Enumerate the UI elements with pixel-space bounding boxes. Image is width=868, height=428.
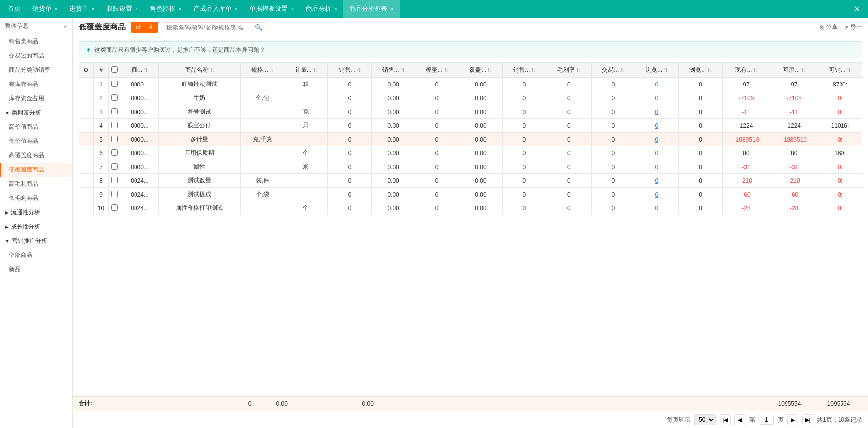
row-select-checkbox[interactable] [111,136,118,142]
close-tab-role[interactable]: × [178,6,181,12]
window-close-button[interactable]: ✕ [848,4,866,14]
sidebar-group-circulation[interactable]: ▶ 流通性分析 [0,205,72,220]
row-saleable: 0: [818,91,862,105]
row-code: 0000... [121,119,159,133]
close-tab-purchase[interactable]: × [91,6,94,12]
sidebar-item-stocked-goods[interactable]: 有库存商品 [0,77,72,91]
row-browse1[interactable]: 0 [635,201,678,215]
row-spec: 克,千克 [241,133,284,146]
col-unit[interactable]: 计量...⇅ [284,63,328,78]
col-cover2[interactable]: 覆盖...⇅ [459,63,502,78]
row-browse1[interactable]: 0 [635,133,678,146]
row-select-checkbox[interactable] [111,81,118,87]
sidebar-group-marketing[interactable]: ▼ 营销推广分析 [0,234,72,248]
row-browse1[interactable]: 0 [635,78,678,91]
nav-tab-role[interactable]: 角色授权 × [144,0,187,18]
sidebar-item-sales-goods[interactable]: 销售类商品 [0,34,72,49]
row-browse2: 0 [678,160,722,174]
search-icon[interactable]: 🔍 [255,24,263,31]
nav-tab-permission[interactable]: 权限设置 × [101,0,144,18]
col-spec[interactable]: 规格...⇅ [241,63,284,78]
sidebar-item-traded-goods[interactable]: 交易过的商品 [0,49,72,63]
row-select-checkbox[interactable] [111,163,118,170]
close-tab-product-entry[interactable]: × [235,6,238,12]
row-browse1[interactable]: 0 [635,105,678,119]
row-select-checkbox[interactable] [111,122,118,128]
row-name: 多计量 [159,133,241,146]
row-select-checkbox[interactable] [111,204,118,211]
select-all-checkbox[interactable] [111,66,118,73]
row-select-checkbox[interactable] [111,177,118,183]
col-saleable[interactable]: 可销...⇅ [818,63,862,78]
col-sales2[interactable]: 销售...⇅ [372,63,415,78]
row-code: 0024... [121,201,159,215]
nav-tab-sales[interactable]: 销货单 × [27,0,63,18]
sidebar-item-all-goods[interactable]: 全部商品 [0,248,72,262]
row-browse1[interactable]: 0 [635,119,678,133]
row-select-checkbox[interactable] [111,94,118,101]
close-tab-analysis-list[interactable]: × [390,6,393,12]
sidebar-item-high-value[interactable]: 高价值商品 [0,120,72,134]
table-row: 3 0000... 符号测试 克 0 0.00 0 0.00 0 0 0 0 0… [79,105,862,119]
next-page-button[interactable]: ▶ [787,414,798,425]
row-browse1[interactable]: 0 [635,174,678,188]
sidebar-item-category-rate[interactable]: 商品分类动销率 [0,63,72,77]
nav-tab-product-entry[interactable]: 产成品入库单 × [188,0,244,18]
sidebar-item-low-value[interactable]: 低价值商品 [0,134,72,148]
col-current[interactable]: 现有...⇅ [722,63,770,78]
row-browse1[interactable]: 0 [635,160,678,174]
sidebar-header[interactable]: 整体信息 « [0,18,72,34]
row-select-checkbox[interactable] [111,191,118,197]
sidebar-item-low-margin[interactable]: 低毛利商品 [0,191,72,205]
time-filter-button[interactable]: 近一月 [131,22,158,33]
row-num: 7 [94,160,108,174]
nav-tab-home[interactable]: 首页 [2,0,27,18]
group-arrow-wealth: ▼ [5,110,10,115]
prev-page-button[interactable]: ◀ [734,414,745,425]
export-button[interactable]: ↗ 导出 [843,23,862,31]
col-sales1[interactable]: 销售...⇅ [328,63,372,78]
close-tab-sales[interactable]: × [54,6,57,12]
nav-tab-template[interactable]: 单据模板设置 × [244,0,299,18]
row-trade: 0 [591,146,635,160]
col-available[interactable]: 可用...⇅ [770,63,818,78]
page-number-input[interactable] [759,415,774,425]
sidebar-group-wealth[interactable]: ▼ 类财富分析 [0,106,72,120]
collapse-icon[interactable]: « [63,22,67,30]
nav-tab-analysis-list[interactable]: 商品分析列表 × [343,0,399,18]
sidebar-group-growth[interactable]: ▶ 成长性分析 [0,220,72,234]
sidebar-item-low-coverage[interactable]: 低覆盖度商品 [0,163,72,177]
first-page-button[interactable]: |◀ [720,414,731,425]
col-gross[interactable]: 毛利率⇅ [546,63,591,78]
row-unit [284,91,328,105]
col-gear[interactable]: ⚙ [79,63,94,78]
search-input[interactable] [166,24,255,31]
close-tab-product-analysis[interactable]: × [334,6,337,12]
col-code[interactable]: 商...⇅ [121,63,159,78]
nav-tab-purchase[interactable]: 进货单 × [63,0,100,18]
row-browse1[interactable]: 0 [635,188,678,201]
close-tab-permission[interactable]: × [135,6,138,12]
col-browse2[interactable]: 浏览...⇅ [678,63,722,78]
row-browse2: 0 [678,91,722,105]
sidebar-item-high-margin[interactable]: 高毛利商品 [0,177,72,191]
col-cover1[interactable]: 覆盖...⇅ [415,63,459,78]
sidebar-item-new-goods[interactable]: 新品 [0,262,72,277]
col-sales3[interactable]: 销售...⇅ [502,63,546,78]
page-size-select[interactable]: 50 [694,414,716,425]
row-select-checkbox[interactable] [111,108,118,114]
row-browse1[interactable]: 0 [635,146,678,160]
close-tab-template[interactable]: × [291,6,294,12]
col-trade[interactable]: 交易...⇅ [591,63,635,78]
sidebar: 整体信息 « 销售类商品 交易过的商品 商品分类动销率 有库存商品 库存资金占用… [0,18,73,428]
col-name[interactable]: 商品名称⇅ [159,63,241,78]
row-name: 牛奶 [159,91,241,105]
nav-tab-product-analysis[interactable]: 商品分析 × [300,0,343,18]
row-select-checkbox[interactable] [111,149,118,156]
row-browse1[interactable]: 0 [635,91,678,105]
last-page-button[interactable]: ▶| [802,414,813,425]
share-button[interactable]: ⎘ 分享 [820,23,838,31]
col-browse1[interactable]: 浏览...⇅ [635,63,678,78]
sidebar-item-high-coverage[interactable]: 高覆盖度商品 [0,148,72,163]
sidebar-item-stock-capital[interactable]: 库存资金占用 [0,91,72,106]
